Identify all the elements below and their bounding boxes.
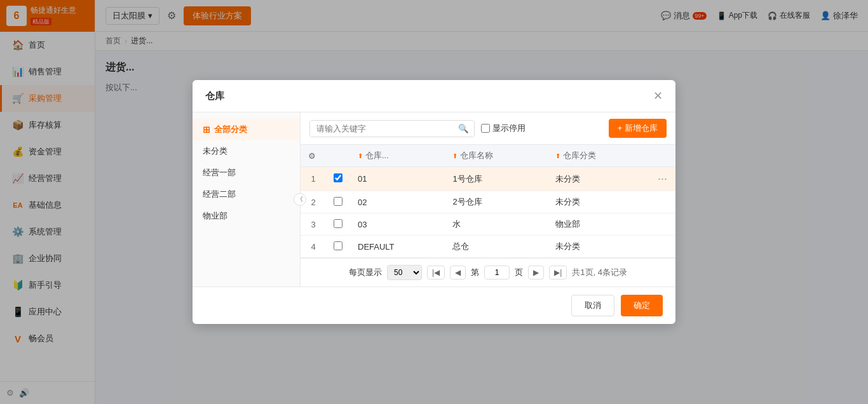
tree-item-ops1[interactable]: 经营一部	[193, 162, 300, 184]
dialog-body: 《 ⊞ 全部分类 未分类 经营一部 经营二部 物业部	[193, 112, 675, 286]
per-page-select[interactable]: 50 100	[387, 265, 422, 280]
row-checkbox[interactable]	[326, 236, 350, 258]
search-button[interactable]: 🔍	[453, 121, 474, 137]
dialog-header: 仓库 ✕	[193, 80, 675, 112]
confirm-button[interactable]: 确定	[621, 295, 663, 316]
more-icon[interactable]: ···	[658, 172, 667, 185]
col-category[interactable]: ⬆ 仓库分类	[548, 145, 650, 167]
dialog-title: 仓库	[205, 90, 224, 102]
col-code[interactable]: ⬆ 仓库...	[350, 145, 445, 167]
row-code: DEFAULT	[350, 236, 445, 258]
next-page-button[interactable]: ▶	[528, 266, 544, 279]
row-category: 未分类	[548, 167, 650, 191]
row-category: 未分类	[548, 191, 650, 213]
row-name: 总仓	[445, 236, 547, 258]
warehouse-dialog: 仓库 ✕ 《 ⊞ 全部分类 未分类 经营一部 经营二部	[193, 80, 675, 324]
row-code: 03	[350, 213, 445, 236]
new-warehouse-button[interactable]: + 新增仓库	[609, 119, 667, 138]
row-checkbox[interactable]	[326, 191, 350, 213]
table-row[interactable]: 2 02 2号仓库 未分类	[301, 191, 675, 213]
cancel-button[interactable]: 取消	[571, 295, 614, 316]
last-page-button[interactable]: ▶|	[549, 266, 567, 279]
table-row[interactable]: 3 03 水 物业部	[301, 213, 675, 236]
dialog-right-content: 🔍 显示停用 + 新增仓库 ⚙	[301, 112, 675, 286]
row-number: 1	[301, 167, 326, 191]
row-name: 2号仓库	[445, 191, 547, 213]
row-more[interactable]	[650, 191, 675, 213]
col-gear[interactable]: ⚙	[301, 145, 326, 167]
row-number: 4	[301, 236, 326, 258]
row-number: 3	[301, 213, 326, 236]
tree-item-uncat[interactable]: 未分类	[193, 140, 300, 162]
category-tree: 《 ⊞ 全部分类 未分类 经营一部 经营二部 物业部	[193, 112, 301, 286]
show-disabled-checkbox[interactable]	[481, 124, 490, 133]
tree-item-ops2[interactable]: 经营二部	[193, 184, 300, 205]
close-icon[interactable]: ✕	[653, 89, 663, 103]
row-category: 未分类	[548, 236, 650, 258]
page-input[interactable]	[484, 266, 510, 279]
row-more[interactable]	[650, 213, 675, 236]
search-input[interactable]	[310, 121, 453, 137]
modal-overlay: 仓库 ✕ 《 ⊞ 全部分类 未分类 经营一部 经营二部	[0, 0, 868, 404]
row-more[interactable]	[650, 236, 675, 258]
row-name: 水	[445, 213, 547, 236]
row-checkbox[interactable]	[326, 167, 350, 191]
table-row[interactable]: 1 01 1号仓库 未分类 ···	[301, 167, 675, 191]
grid-icon: ⊞	[203, 125, 210, 135]
search-input-wrap: 🔍	[309, 120, 475, 137]
sort-icon-name: ⬆	[452, 152, 458, 159]
tree-item-property[interactable]: 物业部	[193, 205, 300, 227]
pagination: 每页显示 50 100 |◀ ◀ 第 页 ▶ ▶| 共1页, 4条记录	[301, 258, 675, 286]
row-code: 02	[350, 191, 445, 213]
prev-page-button[interactable]: ◀	[450, 266, 466, 279]
row-checkbox[interactable]	[326, 213, 350, 236]
col-actions	[650, 145, 675, 167]
sort-icon-cat: ⬆	[555, 152, 560, 159]
show-disabled-toggle[interactable]: 显示停用	[481, 123, 526, 134]
warehouse-table: ⚙ ⬆ 仓库... ⬆	[301, 145, 675, 258]
row-name: 1号仓库	[445, 167, 547, 191]
row-category: 物业部	[548, 213, 650, 236]
gear-column-icon: ⚙	[308, 151, 316, 161]
row-code: 01	[350, 167, 445, 191]
dialog-toolbar: 🔍 显示停用 + 新增仓库	[301, 112, 675, 145]
row-more[interactable]: ···	[650, 167, 675, 191]
col-check	[326, 145, 350, 167]
tree-item-all[interactable]: ⊞ 全部分类	[193, 119, 300, 140]
table-row[interactable]: 4 DEFAULT 总仓 未分类	[301, 236, 675, 258]
sort-icon: ⬆	[358, 152, 363, 159]
first-page-button[interactable]: |◀	[427, 266, 445, 279]
col-name[interactable]: ⬆ 仓库名称	[445, 145, 547, 167]
tree-collapse-button[interactable]: 《	[294, 193, 306, 206]
dialog-actions: 取消 确定	[193, 286, 675, 324]
